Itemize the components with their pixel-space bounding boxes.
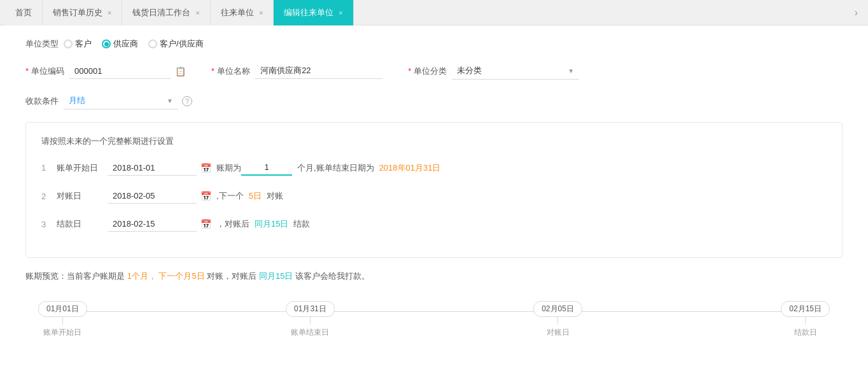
unit-info-row: * 单位编码 📋 * 单位名称 * 单位分类 未分类 ▼ xyxy=(25,62,843,80)
period-row-3: 3 结款日 📅 ，对账后 同月15日 结款 xyxy=(41,216,827,232)
payment-terms-help-icon[interactable]: ? xyxy=(182,96,192,106)
payment-terms-value: 月结 xyxy=(69,95,167,106)
tab-edit-counterpart[interactable]: 编辑往来单位 × xyxy=(274,0,353,25)
period-num-2: 2 xyxy=(41,192,57,201)
unit-name-star: * xyxy=(211,66,214,76)
period-highlight-2: 5日 xyxy=(249,190,262,202)
tab-counterparts[interactable]: 往来单位 × xyxy=(211,0,274,25)
unit-name-input[interactable] xyxy=(255,64,382,79)
radio-both-label: 客户/供应商 xyxy=(160,38,204,50)
period-card: 请按照未来的一个完整帐期进行设置 1 账单开始日 📅 账期为 个月,账单结束日期… xyxy=(25,122,843,258)
period-label-3: 结款日 xyxy=(57,218,108,230)
period-suffix-3: 结款 xyxy=(293,218,310,230)
unit-class-arrow-icon: ▼ xyxy=(568,67,574,74)
preview-label: 账期预览：当前客户账期是 xyxy=(25,271,125,281)
period-suffix-2: 对账 xyxy=(267,190,283,202)
preview-section: 账期预览：当前客户账期是 1个月， 下一个月5日 对账，对账后 同月15日 该客… xyxy=(25,271,843,282)
preview-part1: 1个月， xyxy=(127,271,157,281)
period-row-1: 1 账单开始日 📅 账期为 个月,账单结束日期为 2018年01月31日 xyxy=(41,160,827,176)
timeline-badge-4: 02月15日 xyxy=(781,301,830,317)
preview-end: 该客户会给我打款。 xyxy=(295,271,370,281)
period-date-2[interactable] xyxy=(108,188,197,204)
tab-sales-label: 销售订单历史 xyxy=(53,7,102,18)
payment-terms-field: 收款条件 月结 ▼ ? xyxy=(25,92,192,109)
payment-terms-arrow-icon: ▼ xyxy=(167,97,173,104)
radio-customer-circle xyxy=(64,39,73,48)
period-prefix-3: ，对账后 xyxy=(216,218,249,230)
period-num-1: 1 xyxy=(41,163,57,172)
unit-class-star: * xyxy=(408,66,411,76)
period-date-3[interactable] xyxy=(108,216,197,232)
radio-supplier[interactable]: 供应商 xyxy=(102,38,138,50)
tab-cash-label: 钱货日清工作台 xyxy=(132,7,190,18)
unit-type-radio-group: 客户 供应商 客户/供应商 xyxy=(64,38,204,50)
period-label-1: 账单开始日 xyxy=(57,162,108,174)
period-end-date-1: 2018年01月31日 xyxy=(379,162,441,174)
timeline-point-3: 02月05日 对账日 xyxy=(533,301,582,338)
radio-both-circle xyxy=(148,39,157,48)
unit-code-input[interactable] xyxy=(69,64,171,79)
timeline-connector-2 xyxy=(310,317,311,325)
period-unit-1: 个月,账单结束日期为 xyxy=(297,162,374,174)
period-num-3: 3 xyxy=(41,220,57,229)
timeline-badge-1: 01月01日 xyxy=(38,301,87,317)
radio-supplier-label: 供应商 xyxy=(113,38,138,50)
period-highlight-3: 同月15日 xyxy=(255,218,288,230)
timeline-point-1: 01月01日 账单开始日 xyxy=(38,301,87,338)
unit-code-field: * 单位编码 📋 xyxy=(25,64,186,79)
tab-sales-order-history[interactable]: 销售订单历史 × xyxy=(43,0,122,25)
payment-terms-row: 收款条件 月结 ▼ ? xyxy=(25,92,843,109)
radio-supplier-circle xyxy=(102,39,111,48)
radio-customer-label: 客户 xyxy=(75,38,92,50)
timeline-connector-1 xyxy=(62,317,63,325)
period-label-2: 对账日 xyxy=(57,190,108,202)
unit-name-label: 单位名称 xyxy=(217,66,250,77)
preview-part2: 下一个月5日 xyxy=(158,271,204,281)
unit-class-field: * 单位分类 未分类 ▼ xyxy=(408,62,579,80)
period-date-1[interactable] xyxy=(108,160,197,176)
period-cal-icon-2[interactable]: 📅 xyxy=(200,191,211,201)
timeline-points: 01月01日 账单开始日 01月31日 账单结束日 02月05日 对账日 02月… xyxy=(38,301,830,338)
payment-terms-label: 收款条件 xyxy=(25,95,59,107)
tab-bar: 首页 销售订单历史 × 钱货日清工作台 × 往来单位 × 编辑往来单位 × › xyxy=(0,0,868,25)
timeline-badge-3: 02月05日 xyxy=(533,301,582,317)
period-prefix-2: ,下一个 xyxy=(216,190,244,202)
tab-home[interactable]: 首页 xyxy=(5,0,43,25)
period-card-title: 请按照未来的一个完整帐期进行设置 xyxy=(41,136,827,147)
radio-both[interactable]: 客户/供应商 xyxy=(148,38,204,50)
period-cal-icon-3[interactable]: 📅 xyxy=(200,219,211,229)
unit-type-label: 单位类型 xyxy=(25,38,59,50)
timeline-container: 01月01日 账单开始日 01月31日 账单结束日 02月05日 对账日 02月… xyxy=(25,295,843,370)
timeline-label-2: 账单结束日 xyxy=(291,327,329,338)
unit-class-label: 单位分类 xyxy=(414,66,447,77)
period-suffix-1: 账期为 xyxy=(216,162,241,174)
preview-part3: 同月15日 xyxy=(259,271,293,281)
timeline-point-2: 01月31日 账单结束日 xyxy=(286,301,335,338)
close-tab-sales[interactable]: × xyxy=(108,9,111,17)
timeline-connector-3 xyxy=(557,317,558,325)
unit-type-field: 单位类型 客户 供应商 客户/供应商 xyxy=(25,38,204,50)
unit-class-select[interactable]: 未分类 ▼ xyxy=(452,62,579,80)
payment-terms-select[interactable]: 月结 ▼ xyxy=(64,92,178,109)
unit-code-icon[interactable]: 📋 xyxy=(175,66,186,76)
unit-class-value: 未分类 xyxy=(457,65,568,76)
timeline-label-4: 结款日 xyxy=(794,327,817,338)
tab-nav-arrow[interactable]: › xyxy=(850,7,863,18)
period-num-input-1[interactable] xyxy=(241,160,292,176)
tab-edit-label: 编辑往来单位 xyxy=(284,7,333,18)
close-tab-cash[interactable]: × xyxy=(195,9,199,17)
timeline-connector-4 xyxy=(805,317,806,325)
period-row-2: 2 对账日 📅 ,下一个 5日 对账 xyxy=(41,188,827,204)
close-tab-counterparts[interactable]: × xyxy=(259,9,263,17)
main-content: 单位类型 客户 供应商 客户/供应商 * 单位编码 xyxy=(0,25,868,387)
unit-name-field: * 单位名称 xyxy=(211,64,382,79)
close-tab-edit[interactable]: × xyxy=(339,9,342,17)
timeline-badge-2: 01月31日 xyxy=(286,301,335,317)
timeline-label-1: 账单开始日 xyxy=(43,327,81,338)
tab-cash-work[interactable]: 钱货日清工作台 × xyxy=(122,0,210,25)
radio-customer[interactable]: 客户 xyxy=(64,38,92,50)
period-cal-icon-1[interactable]: 📅 xyxy=(200,163,211,173)
tab-home-label: 首页 xyxy=(15,7,32,18)
unit-code-label: 单位编码 xyxy=(31,66,64,77)
unit-code-star: * xyxy=(25,66,29,76)
